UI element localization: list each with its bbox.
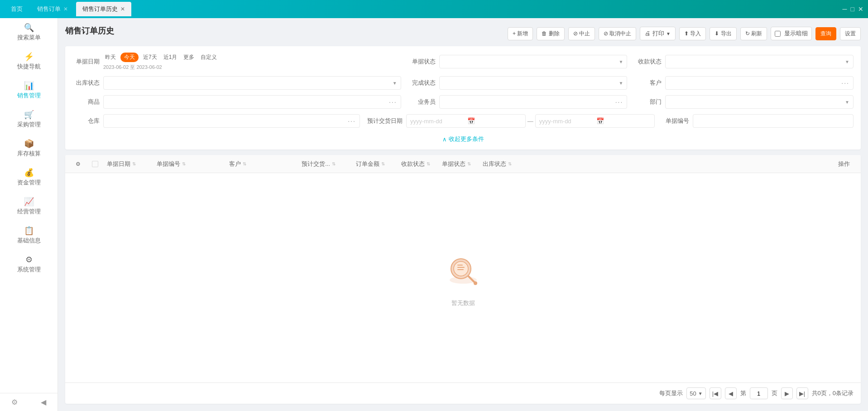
th-payment[interactable]: 收款状态 ⇅	[398, 160, 438, 168]
product-select[interactable]: ···	[103, 95, 401, 109]
delivery-date-from[interactable]: yyyy-mm-dd 📅	[406, 114, 526, 128]
delivery-date-input-group: yyyy-mm-dd 📅 — yyyy-mm-dd 📅	[406, 114, 655, 128]
filter-out-status: 出库状态 ▼	[72, 76, 401, 90]
collapse-bar[interactable]: ∧ 收起更多条件	[72, 133, 854, 143]
per-page-select[interactable]: 50 ▼	[686, 387, 705, 399]
th-date-label: 单据日期	[107, 160, 130, 168]
th-bill-no[interactable]: 单据编号 ⇅	[153, 160, 225, 168]
sidebar-item-search[interactable]: 🔍 搜索菜单	[0, 18, 58, 47]
date-option-1month[interactable]: 近1月	[162, 53, 179, 62]
bill-status-select[interactable]: ▼	[439, 55, 628, 68]
collapse-sidebar-icon[interactable]: ◀	[41, 398, 46, 406]
filter-warehouse: 仓库 ···	[72, 114, 360, 128]
filter-complete-status: 完成状态 ▼	[408, 76, 628, 90]
minimize-icon[interactable]: ─	[843, 5, 847, 13]
warehouse-select[interactable]: ···	[103, 114, 360, 128]
department-arrow-icon: ▼	[845, 100, 849, 105]
new-button[interactable]: + 新增	[508, 27, 533, 40]
sidebar-item-basic-info[interactable]: 📋 基础信息	[0, 221, 58, 250]
per-page-arrow-icon: ▼	[698, 391, 703, 396]
svg-point-4	[474, 281, 477, 285]
sidebar-item-inventory[interactable]: 📦 库存核算	[0, 134, 58, 163]
stop-button[interactable]: ⊘ 中止	[568, 27, 595, 40]
import-button[interactable]: ⬆ 导入	[679, 27, 706, 40]
date-option-7days[interactable]: 近7天	[141, 53, 159, 62]
page-last-button[interactable]: ▶|	[796, 387, 808, 399]
tab-home[interactable]: 首页	[5, 2, 29, 16]
th-settings[interactable]: ⚙	[69, 161, 87, 167]
svg-point-2	[454, 261, 468, 276]
tab-home-label: 首页	[11, 5, 23, 13]
page-next-button[interactable]: ▶	[781, 387, 793, 399]
bill-no-input[interactable]	[693, 114, 854, 128]
calendar-to-icon: 📅	[596, 117, 651, 125]
th-date[interactable]: 单据日期 ⇅	[103, 160, 153, 168]
department-select[interactable]: ▼	[665, 95, 854, 109]
system-icon: ⚙	[25, 256, 33, 264]
cancel-stop-button[interactable]: ⊘ 取消中止	[599, 27, 636, 40]
print-chevron-icon: ▼	[666, 31, 671, 36]
th-status[interactable]: 单据状态 ⇅	[438, 160, 479, 168]
tab-sales-order[interactable]: 销售订单 ✕	[31, 2, 74, 16]
display-cols-checkbox[interactable]	[775, 31, 781, 37]
sidebar-item-system[interactable]: ⚙ 系统管理	[0, 250, 58, 279]
date-separator: —	[528, 118, 533, 125]
refresh-button[interactable]: ↻ 刷新	[740, 27, 767, 40]
date-option-today[interactable]: 今天	[120, 53, 139, 62]
date-option-yesterday[interactable]: 昨天	[103, 53, 118, 62]
th-amount[interactable]: 订单金额 ⇅	[352, 160, 398, 168]
out-status-select[interactable]: ▼	[103, 76, 401, 90]
sidebar-item-quick-nav[interactable]: ⚡ 快捷导航	[0, 47, 58, 76]
date-option-custom[interactable]: 自定义	[199, 53, 219, 62]
warehouse-label: 仓库	[72, 117, 100, 125]
select-all-checkbox[interactable]	[92, 161, 98, 167]
display-cols-toggle[interactable]: 显示暗细	[771, 27, 812, 40]
date-option-more[interactable]: 更多	[182, 53, 196, 62]
tab-bar: 首页 销售订单 ✕ 销售订单历史 ✕	[5, 2, 841, 16]
th-checkbox[interactable]	[87, 161, 103, 167]
settings-button[interactable]: 设置	[840, 27, 861, 40]
sidebar-item-operations[interactable]: 📈 经营管理	[0, 192, 58, 221]
settings-bottom-icon[interactable]: ⚙	[11, 398, 18, 406]
sidebar: 🔍 搜索菜单 ⚡ 快捷导航 📊 销售管理 🛒 采购管理 📦 库存核算 💰 资金管…	[0, 18, 58, 411]
th-out-status-label: 出库状态	[483, 160, 506, 168]
delivery-date-to[interactable]: yyyy-mm-dd 📅	[535, 114, 655, 128]
page-first-button[interactable]: |◀	[710, 387, 721, 399]
sidebar-item-purchase-label: 采购管理	[17, 121, 41, 129]
sidebar-item-finance[interactable]: 💰 资金管理	[0, 163, 58, 192]
page-prev-button[interactable]: ◀	[725, 387, 737, 399]
customer-select[interactable]: ···	[665, 76, 854, 90]
th-delivery-label: 预计交货...	[302, 160, 330, 168]
print-button[interactable]: 🖨 打印 ▼	[640, 27, 676, 40]
tab-sales-order-history[interactable]: 销售订单历史 ✕	[76, 2, 131, 16]
date-range-text: 2023-06-02 至 2023-06-02	[103, 64, 219, 71]
tab-sales-order-close[interactable]: ✕	[63, 6, 68, 12]
empty-text: 暂无数据	[451, 299, 475, 307]
sidebar-item-sales[interactable]: 📊 销售管理	[0, 76, 58, 105]
delete-button[interactable]: 🗑 删除	[537, 27, 564, 40]
filter-delivery-date: 预计交货日期 yyyy-mm-dd 📅 — yyyy-mm-dd 📅	[367, 114, 655, 128]
complete-status-label: 完成状态	[408, 79, 436, 87]
th-customer[interactable]: 客户 ⇅	[225, 160, 298, 168]
th-customer-sort-icon: ⇅	[243, 161, 246, 166]
sidebar-item-purchase[interactable]: 🛒 采购管理	[0, 105, 58, 134]
th-delivery[interactable]: 预计交货... ⇅	[298, 160, 352, 168]
delivery-date-label: 预计交货日期	[367, 117, 403, 125]
th-out-status[interactable]: 出库状态 ⇅	[479, 160, 520, 168]
maximize-icon[interactable]: □	[851, 5, 854, 13]
filter-section: 单据日期 昨天 今天 近7天 近1月 更多 自定义 2023-06-02 至 2…	[65, 46, 861, 150]
close-icon[interactable]: ✕	[858, 5, 863, 13]
page-input[interactable]	[750, 387, 768, 399]
query-button[interactable]: 查询	[815, 27, 836, 40]
tab-sales-order-history-close[interactable]: ✕	[120, 6, 125, 12]
salesperson-select[interactable]: ···	[439, 95, 628, 109]
sidebar-bottom: ⚙ ◀	[0, 393, 58, 411]
filter-bill-no: 单据编号	[662, 114, 854, 128]
table-header: ⚙ 单据日期 ⇅ 单据编号 ⇅ 客户 ⇅ 预计交货...	[65, 155, 861, 173]
payment-status-select[interactable]: ▼	[665, 55, 854, 68]
complete-status-select[interactable]: ▼	[439, 76, 628, 90]
department-label: 部门	[634, 98, 662, 106]
filter-payment-status: 收款状态 ▼	[634, 55, 854, 68]
export-button[interactable]: ⬇ 导出	[710, 27, 736, 40]
sidebar-item-sales-label: 销售管理	[17, 92, 41, 100]
